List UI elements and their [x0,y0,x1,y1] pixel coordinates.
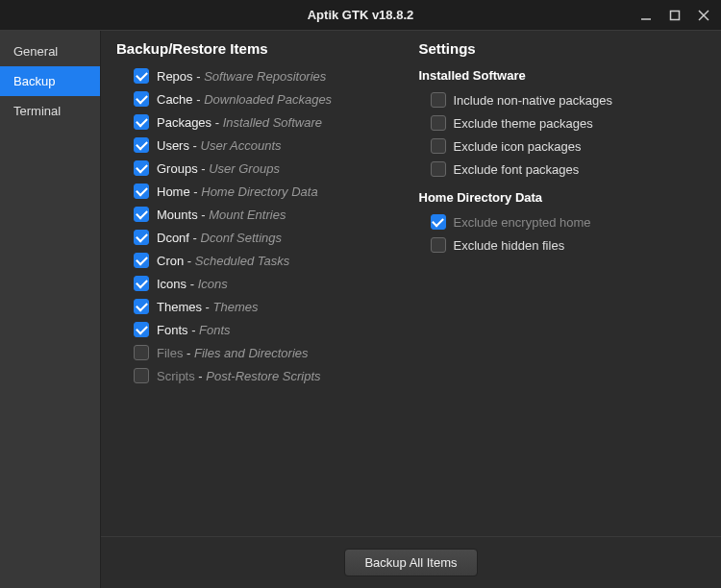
backup-item-label: Fonts - Fonts [157,323,231,337]
sidebar-item-general[interactable]: General [0,37,100,66]
backup-item-label: Icons - Icons [157,277,228,291]
backup-items-title: Backup/Restore Items [116,40,419,57]
settings-item-row: Include non-native packages [431,92,722,108]
titlebar: Aptik GTK v18.8.2 [0,0,721,31]
sidebar-item-label: General [13,44,58,59]
settings-column: Settings Installed Software Include non-… [419,40,722,536]
backup-item-label: Home - Home Directory Data [157,184,318,199]
backup-item-row: Packages - Installed Software [134,114,419,130]
settings-item-label: Exclude icon packages [454,139,582,154]
sidebar-item-backup[interactable]: Backup [0,66,100,96]
backup-item-row: Dconf - Dconf Settings [134,230,419,245]
backup-item-label: Cron - Scheduled Tasks [157,254,289,268]
backup-item-checkbox[interactable] [134,137,149,153]
close-icon[interactable] [696,8,711,23]
settings-item-checkbox [431,214,446,230]
content-area: Backup/Restore Items Repos - Software Re… [101,31,721,588]
window-controls [638,8,711,23]
backup-items-column: Backup/Restore Items Repos - Software Re… [116,40,419,536]
backup-item-label: Scripts - Post-Restore Scripts [157,369,321,383]
backup-item-label: Dconf - Dconf Settings [157,231,282,245]
minimize-icon[interactable] [638,8,654,23]
sidebar-item-terminal[interactable]: Terminal [0,96,100,126]
backup-item-checkbox[interactable] [134,184,149,199]
settings-item-checkbox[interactable] [431,161,446,177]
backup-item-checkbox[interactable] [134,207,149,222]
backup-item-label: Mounts - Mount Entries [157,208,286,222]
backup-item-label: Users - User Accounts [157,138,282,153]
backup-item-checkbox[interactable] [134,68,149,84]
backup-item-row: Repos - Software Repositories [134,68,419,84]
home-directory-title: Home Directory Data [419,190,722,205]
sidebar-item-label: Terminal [13,104,61,118]
backup-item-checkbox[interactable] [134,114,149,130]
settings-item-label: Exclude theme packages [454,116,593,131]
backup-item-checkbox[interactable] [134,322,149,337]
settings-item-row: Exclude icon packages [431,138,722,154]
backup-item-checkbox[interactable] [134,345,149,360]
window-title: Aptik GTK v18.8.2 [8,8,713,22]
settings-item-checkbox[interactable] [431,138,446,154]
sidebar-item-label: Backup [13,74,55,88]
settings-item-row: Exclude hidden files [431,237,722,253]
settings-item-row: Exclude theme packages [431,115,722,131]
backup-item-row: Themes - Themes [134,299,419,314]
backup-item-row: Scripts - Post-Restore Scripts [134,368,419,383]
svg-rect-1 [671,11,680,19]
backup-item-row: Icons - Icons [134,276,419,291]
settings-item-label: Exclude hidden files [454,238,565,253]
backup-item-label: Themes - Themes [157,300,259,314]
sidebar: General Backup Terminal [0,31,101,588]
settings-item-checkbox[interactable] [431,115,446,131]
backup-item-row: Files - Files and Directories [134,345,419,360]
backup-item-checkbox[interactable] [134,253,149,268]
backup-item-label: Groups - User Groups [157,161,280,176]
maximize-icon[interactable] [667,8,683,23]
backup-item-row: Cache - Downloaded Packages [134,91,419,107]
backup-item-checkbox[interactable] [134,230,149,245]
backup-item-row: Users - User Accounts [134,137,419,153]
backup-item-checkbox[interactable] [134,160,149,176]
installed-software-title: Installed Software [419,68,722,83]
settings-item-label: Exclude encrypted home [454,215,591,230]
settings-item-checkbox[interactable] [431,237,446,253]
backup-item-row: Fonts - Fonts [134,322,419,337]
backup-item-checkbox[interactable] [134,276,149,291]
backup-item-row: Cron - Scheduled Tasks [134,253,419,268]
settings-item-checkbox[interactable] [431,92,446,108]
backup-item-checkbox[interactable] [134,368,149,383]
backup-item-label: Repos - Software Repositories [157,69,326,84]
footer: Backup All Items [101,536,721,588]
settings-title: Settings [419,40,722,57]
backup-item-row: Home - Home Directory Data [134,184,419,199]
backup-item-checkbox[interactable] [134,299,149,314]
backup-item-label: Files - Files and Directories [157,346,309,360]
backup-item-label: Cache - Downloaded Packages [157,92,332,107]
backup-item-row: Mounts - Mount Entries [134,207,419,222]
backup-item-row: Groups - User Groups [134,160,419,176]
settings-item-row: Exclude font packages [431,161,722,177]
backup-item-label: Packages - Installed Software [157,115,322,130]
settings-item-row: Exclude encrypted home [431,214,722,230]
backup-item-checkbox[interactable] [134,91,149,107]
backup-all-button[interactable]: Backup All Items [344,549,477,576]
settings-item-label: Include non-native packages [454,93,613,108]
settings-item-label: Exclude font packages [454,162,580,177]
